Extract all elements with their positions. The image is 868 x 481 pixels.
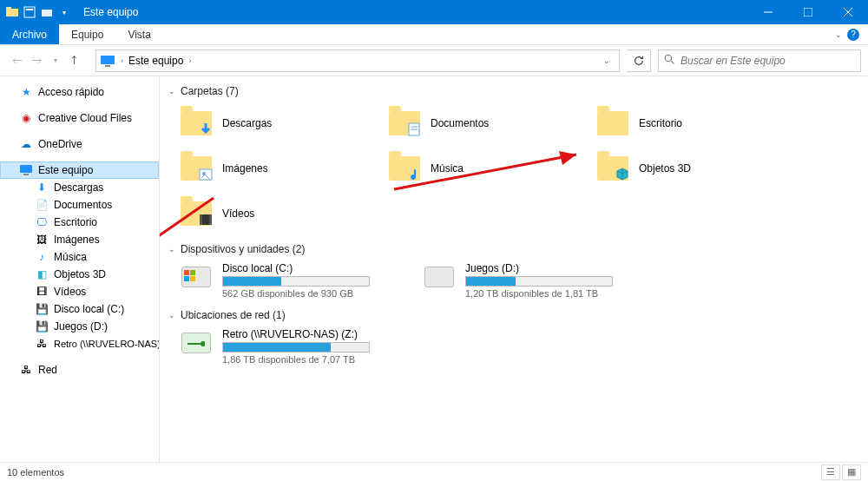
refresh-button[interactable] [627,49,651,72]
breadcrumb[interactable]: Este equipo [128,55,183,67]
group-netloc-header[interactable]: ⌄ Ubicaciones de red (1) [168,309,859,321]
folder-item[interactable]: Vídeos [179,194,378,233]
view-details-button[interactable]: ☰ [821,465,840,480]
nav-net-z[interactable]: 🖧Retro (\\RUVELRO-NAS) (Z:) [0,335,159,353]
group-drives-header[interactable]: ⌄ Dispositivos y unidades (2) [168,243,859,255]
chevron-right-icon[interactable]: › [188,56,191,65]
folder-item[interactable]: Imágenes [179,149,378,188]
qat-dropdown-icon[interactable]: ▾ [57,5,71,19]
folder-item[interactable]: Objetos 3D [595,149,795,188]
svg-rect-24 [190,270,195,275]
drive-icon [179,262,214,292]
qat-newfolder-icon[interactable] [40,5,54,19]
folder-icon [595,109,630,138]
nav-disk-c[interactable]: 💾Disco local (C:) [0,300,159,318]
pc-icon [19,163,33,177]
folder-label: Imágenes [222,162,268,175]
drive-capacity-bar [222,276,370,287]
drive-capacity-bar [465,276,613,287]
network-icon: 🖧 [19,363,33,377]
nav-this-pc[interactable]: Este equipo [0,161,159,179]
drive-item[interactable]: Juegos (D:) 1,20 TB disponibles de 1,81 … [422,262,648,299]
nav-creative-cloud[interactable]: ◉ Creative Cloud Files [0,109,159,127]
content-pane[interactable]: ⌄ Carpetas (7) Descargas Documentos Escr… [160,76,868,462]
search-placeholder: Buscar en Este equipo [681,55,786,67]
folder-icon [387,154,422,183]
chevron-down-icon[interactable]: ⌄ [168,87,175,96]
address-bar[interactable]: › Este equipo › ⌄ [95,49,620,72]
folder-icon [179,154,214,183]
window-title: Este equipo [76,6,138,18]
navigation-row: 🡐 🡒 ▾ 🡑 › Este equipo › ⌄ Buscar en Este… [0,45,868,76]
drive-label: Retro (\\RUVELRO-NAS) (Z:) [222,328,370,340]
nav-disk-d[interactable]: 💾Juegos (D:) [0,318,159,335]
folder-item[interactable]: Documentos [387,104,587,142]
svg-rect-6 [804,8,812,16]
drive-free-text: 1,20 TB disponibles de 1,81 TB [465,288,613,299]
nav-network[interactable]: 🖧 Red [0,361,159,379]
folder-item[interactable]: Descargas [179,104,378,142]
folder-label: Vídeos [222,208,254,220]
drive-item[interactable]: Retro (\\RUVELRO-NAS) (Z:) 1,86 TB dispo… [179,328,439,365]
up-button[interactable]: 🡑 [66,52,83,69]
svg-rect-1 [6,7,11,10]
nav-downloads[interactable]: ⬇Descargas [0,179,159,196]
titlebar[interactable]: ▾ Este equipo [0,0,868,24]
folder-label: Descargas [222,117,272,129]
chevron-right-icon[interactable]: › [121,56,123,65]
address-dropdown-icon[interactable]: ⌄ [603,56,610,65]
folder-label: Música [431,162,464,175]
tab-vista[interactable]: Vista [115,24,162,44]
explorer-icon [5,5,19,19]
folder-item[interactable]: Música [387,149,587,188]
download-icon: ⬇ [35,181,49,194]
svg-rect-10 [105,65,110,67]
folder-icon [179,109,214,138]
svg-rect-14 [23,174,29,175]
tab-equipo[interactable]: Equipo [59,24,115,44]
svg-rect-9 [101,56,115,64]
svg-rect-3 [26,9,33,10]
picture-icon: 🖼 [35,233,49,247]
cube-icon: ◧ [35,267,49,281]
svg-rect-21 [200,214,202,225]
svg-point-27 [201,341,205,346]
svg-rect-25 [184,276,189,281]
view-tiles-button[interactable]: ▦ [842,465,861,480]
group-folders-header[interactable]: ⌄ Carpetas (7) [168,85,859,97]
minimize-button[interactable] [748,0,788,24]
nav-onedrive[interactable]: ☁ OneDrive [0,135,159,153]
nav-music[interactable]: ♪Música [0,248,159,266]
folder-label: Objetos 3D [639,162,691,175]
qat-properties-icon[interactable] [23,5,36,19]
cloud-icon: ◉ [19,111,33,125]
svg-rect-2 [24,7,35,17]
chevron-down-icon[interactable]: ⌄ [168,245,175,254]
nav-quick-access[interactable]: ★ Acceso rápido [0,83,159,101]
close-button[interactable] [828,0,868,24]
forward-button[interactable]: 🡒 [28,52,45,69]
ribbon-expand-icon[interactable]: ⌄ [835,30,842,39]
history-dropdown-icon[interactable]: ▾ [47,52,64,69]
svg-rect-0 [6,9,18,16]
disk-icon: 💾 [35,302,49,316]
nav-documents[interactable]: 📄Documentos [0,196,159,214]
svg-rect-18 [200,169,212,180]
tab-file[interactable]: Archivo [0,24,59,44]
help-icon[interactable]: ? [847,29,859,41]
back-button[interactable]: 🡐 [9,52,26,69]
maximize-button[interactable] [788,0,828,24]
nav-pictures[interactable]: 🖼Imágenes [0,231,159,248]
folder-label: Documentos [431,117,489,129]
search-input[interactable]: Buscar en Este equipo [658,49,861,72]
nav-desktop[interactable]: 🖵Escritorio [0,214,159,231]
nav-3d-objects[interactable]: ◧Objetos 3D [0,266,159,283]
status-bar: 10 elementos ☰ ▦ [0,462,868,481]
navigation-tree[interactable]: ★ Acceso rápido ◉ Creative Cloud Files ☁… [0,76,160,462]
folder-item[interactable]: Escritorio [595,104,795,142]
svg-point-11 [665,55,671,61]
drive-icon [179,328,214,358]
nav-videos[interactable]: 🎞Vídeos [0,283,159,300]
chevron-down-icon[interactable]: ⌄ [168,311,175,320]
drive-item[interactable]: Disco local (C:) 562 GB disponibles de 9… [179,262,404,299]
